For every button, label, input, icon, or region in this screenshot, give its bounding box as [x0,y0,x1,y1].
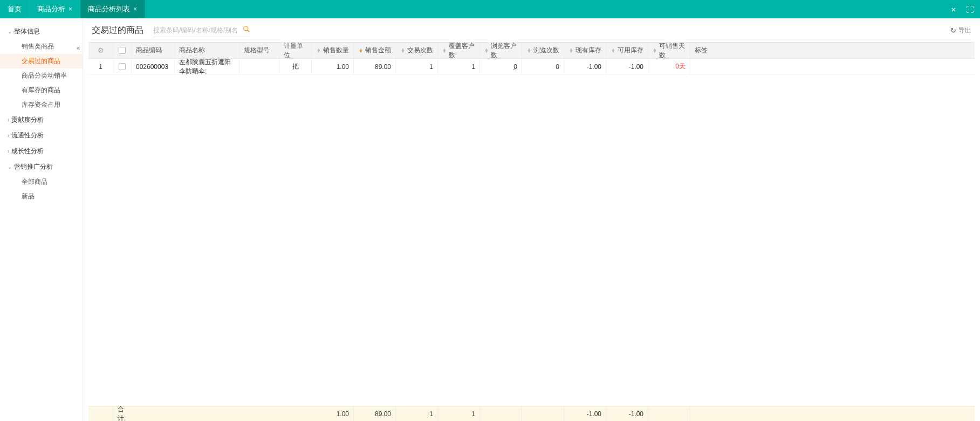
cell-sales-amt: 89.00 [354,59,396,74]
cell-view-cnt: 0 [522,59,564,74]
chevron-right-icon: › [8,148,9,154]
sort-icon: ▲▼ [569,49,573,53]
cell-unit: 把 [279,59,312,74]
cell-stock: -1.00 [564,59,606,74]
sidebar-item-new-products[interactable]: 新品 [0,189,83,204]
tab-strip: 首页 商品分析 × 商品分析列表 × [0,0,948,18]
close-icon[interactable]: × [68,5,72,13]
search-box [153,23,250,37]
cell-avail: -1.00 [606,59,648,74]
nav-group-overall: ⌄整体信息 销售类商品 交易过的商品 商品分类动销率 有库存的商品 库存资金占用 [0,24,83,112]
sort-icon: ▲▼ [401,49,405,53]
cell-trade-cnt: 1 [396,59,438,74]
svg-point-0 [244,26,248,31]
foot-view-cust [480,406,522,421]
foot-stock: -1.00 [564,406,606,421]
th-view-cnt[interactable]: ▲▼浏览次数 [522,43,564,58]
page-header: 交易过的商品 ↻ 导出 [83,18,980,42]
th-unit[interactable]: 计量单位 [279,43,312,58]
sort-icon: ▲▼ [442,49,447,53]
chevron-right-icon: › [8,117,9,123]
nav-title-growth[interactable]: ›成长性分析 [0,143,83,159]
sort-icon: ▲▼ [611,49,615,53]
tab-label: 商品分析 [37,4,65,14]
cell-code: 002600003 [132,59,175,74]
sidebar-item-traded-products[interactable]: 交易过的商品 [0,54,83,68]
th-days[interactable]: ▲▼可销售天数 [648,43,690,58]
chevron-right-icon: › [8,133,9,139]
th-stock[interactable]: ▲▼现有库存 [564,43,606,58]
th-tag[interactable]: 标签 [690,43,975,58]
foot-days [648,406,690,421]
cell-tag [690,59,975,74]
cell-days: 0天 [648,59,690,74]
tab-product-analysis-list[interactable]: 商品分析列表 × [80,0,145,18]
svg-line-1 [248,30,250,32]
sidebar-item-stock-capital[interactable]: 库存资金占用 [0,98,83,112]
th-avail[interactable]: ▲▼可用库存 [606,43,648,58]
nav-title-circulation[interactable]: ›流通性分析 [0,128,83,143]
table-header-row: ⚙ 商品编码 商品名称 规格型号 计量单位 ▲▼销售数量 ▲▼销售金额 ▲▼交易… [88,43,975,59]
foot-avail: -1.00 [606,406,648,421]
th-view-cust[interactable]: ▲▼浏览客户数 [480,43,522,58]
cell-view-cust[interactable]: 0 [480,59,522,74]
sidebar-item-category-rate[interactable]: 商品分类动销率 [0,68,83,83]
search-input[interactable] [153,26,243,34]
th-trade-cnt[interactable]: ▲▼交易次数 [396,43,438,58]
sort-icon: ▲▼ [527,49,531,53]
nav-group-marketing: ⌄营销推广分析 全部商品 新品 [0,159,83,204]
foot-trade-cnt: 1 [396,406,438,421]
sort-icon: ▲▼ [317,49,321,53]
table-row[interactable]: 1 002600003 左都胶囊五折遮阳伞防嗮伞; 把 1.00 89.00 1… [88,59,975,75]
th-settings[interactable]: ⚙ [88,43,113,58]
data-table: ⚙ 商品编码 商品名称 规格型号 计量单位 ▲▼销售数量 ▲▼销售金额 ▲▼交易… [88,42,975,421]
tab-label: 首页 [8,4,22,14]
tab-product-analysis[interactable]: 商品分析 × [30,0,80,18]
cell-cust-cnt: 1 [438,59,480,74]
page-title: 交易过的商品 [92,25,143,36]
sort-icon: ▲▼ [484,49,489,53]
close-icon[interactable]: × [133,5,137,13]
nav-title-overall[interactable]: ⌄整体信息 [0,24,83,39]
fullscreen-icon[interactable]: ⛶ [964,3,976,15]
foot-label: 合计: [113,406,132,421]
chevron-down-icon: ⌄ [8,164,12,170]
table-body: 1 002600003 左都胶囊五折遮阳伞防嗮伞; 把 1.00 89.00 1… [88,59,975,406]
cell-spec [239,59,279,74]
sort-icon: ▲▼ [359,49,363,53]
close-window-icon[interactable]: × [948,3,960,15]
gear-icon: ⚙ [98,46,104,54]
export-icon: ↻ [950,26,956,34]
export-label: 导出 [958,26,971,35]
sidebar-item-all-products[interactable]: 全部商品 [0,175,83,189]
cell-name: 左都胶囊五折遮阳伞防嗮伞; [175,59,239,74]
sidebar-collapse-icon[interactable]: « [72,42,84,54]
sidebar-item-in-stock[interactable]: 有库存的商品 [0,83,83,98]
nav-title-contribution[interactable]: ›贡献度分析 [0,112,83,128]
sidebar: ⌄整体信息 销售类商品 交易过的商品 商品分类动销率 有库存的商品 库存资金占用… [0,18,83,421]
th-cust-cnt[interactable]: ▲▼覆盖客户数 [438,43,480,58]
foot-view-cnt [522,406,564,421]
cell-select[interactable] [113,59,132,74]
tab-home[interactable]: 首页 [0,0,30,18]
main-panel: 交易过的商品 ↻ 导出 ⚙ 商品编码 商品名称 规格型号 计量单位 ▲▼ [83,18,980,421]
cell-index: 1 [88,59,113,74]
th-name[interactable]: 商品名称 [175,43,239,58]
th-spec[interactable]: 规格型号 [239,43,279,58]
checkbox-icon [119,63,126,70]
th-sales-amt[interactable]: ▲▼销售金额 [354,43,396,58]
th-select-all[interactable] [113,43,132,58]
top-actions: × ⛶ [948,0,980,18]
table-footer-row: 合计: 1.00 89.00 1 1 -1.00 -1.00 [88,406,975,421]
chevron-down-icon: ⌄ [8,29,12,34]
search-icon[interactable] [243,25,250,34]
foot-sales-amt: 89.00 [354,406,396,421]
checkbox-icon [119,47,126,54]
nav-title-marketing[interactable]: ⌄营销推广分析 [0,159,83,175]
sidebar-item-sales-products[interactable]: 销售类商品 [0,39,83,54]
th-sales-qty[interactable]: ▲▼销售数量 [312,43,354,58]
tab-label: 商品分析列表 [88,4,130,14]
th-code[interactable]: 商品编码 [132,43,175,58]
export-button[interactable]: ↻ 导出 [950,26,971,35]
nav-group-contribution: ›贡献度分析 [0,112,83,128]
